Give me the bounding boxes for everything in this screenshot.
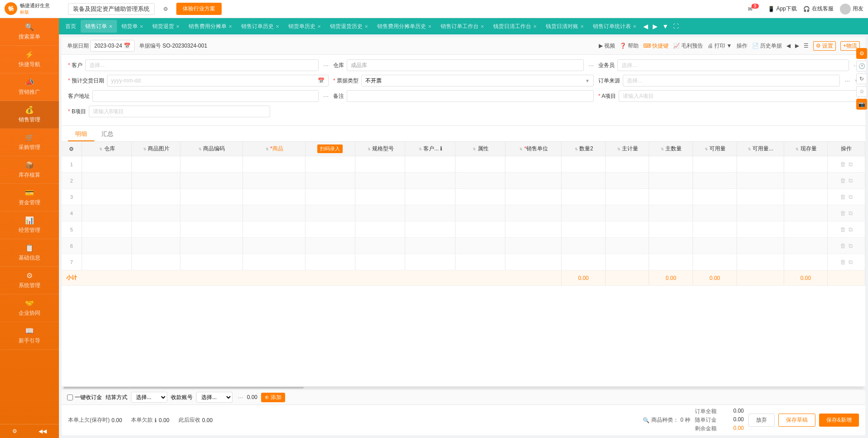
- cell[interactable]: [784, 238, 828, 254]
- tab-detail[interactable]: 明细: [68, 128, 94, 141]
- scan-btn[interactable]: 扫码录入: [317, 144, 343, 153]
- cell[interactable]: [693, 156, 737, 173]
- col-available2[interactable]: ⇅ 可用量...: [737, 142, 784, 156]
- cell[interactable]: [605, 189, 649, 205]
- cell[interactable]: [82, 254, 131, 270]
- save-btn[interactable]: 保存&新增: [819, 414, 859, 427]
- right-icon-settings[interactable]: ⚙: [856, 48, 867, 59]
- cell[interactable]: [784, 254, 828, 270]
- tab-sales-slip[interactable]: 销货单 ✕: [117, 20, 148, 33]
- cell[interactable]: [305, 156, 355, 173]
- history-btn[interactable]: 📄 历史单据: [752, 42, 782, 50]
- cell[interactable]: [180, 156, 242, 173]
- tab-close-reconcile[interactable]: ✕: [580, 24, 584, 29]
- order-source-more-btn[interactable]: ···: [844, 77, 850, 84]
- cell[interactable]: [649, 238, 693, 254]
- tab-close-order-workbench[interactable]: ✕: [480, 24, 484, 29]
- cell[interactable]: [405, 205, 455, 221]
- col-sku[interactable]: ⇅ 商品编码: [180, 142, 242, 156]
- sidebar-item-sales[interactable]: 💰 销售管理: [0, 101, 59, 129]
- form-settings-btn[interactable]: ⚙ 设置: [813, 41, 836, 51]
- cell[interactable]: [242, 173, 305, 189]
- profit-btn[interactable]: 📈 毛利预告: [673, 42, 703, 50]
- one-click-label[interactable]: 一键收订金: [67, 394, 102, 401]
- invoice-type-select[interactable]: 不开票 ▼: [361, 75, 594, 87]
- cell[interactable]: [132, 238, 180, 254]
- operation-btn[interactable]: 操作: [737, 42, 747, 50]
- cell[interactable]: [405, 189, 455, 205]
- warehouse-input[interactable]: 成品库: [347, 59, 584, 71]
- sidebar-item-enterprise[interactable]: 🤝 企业协同: [0, 294, 59, 322]
- cell[interactable]: [405, 221, 455, 238]
- col-warehouse[interactable]: ⇅ 仓库: [82, 142, 131, 156]
- sidebar-item-inventory[interactable]: 📦 库存核算: [0, 156, 59, 184]
- delete-icon[interactable]: 🗑: [840, 259, 846, 265]
- delete-icon[interactable]: 🗑: [840, 161, 846, 168]
- cell[interactable]: [305, 221, 355, 238]
- tab-fullscreen-btn[interactable]: ⛶: [671, 23, 681, 29]
- cell[interactable]: [649, 156, 693, 173]
- cell[interactable]: [180, 221, 242, 238]
- delivery-date-input[interactable]: yyyy-mm-dd 📅: [107, 75, 329, 87]
- delete-icon[interactable]: 🗑: [840, 193, 846, 200]
- discard-btn[interactable]: 放弃: [748, 414, 775, 427]
- cell[interactable]: [505, 173, 562, 189]
- b-project-input[interactable]: 请输入B项目: [89, 106, 270, 117]
- cell[interactable]: [180, 254, 242, 270]
- tab-close-stats[interactable]: ✕: [633, 24, 636, 29]
- cell[interactable]: [605, 205, 649, 221]
- tab-expense-history[interactable]: 销售费用分摊单历史 ✕: [373, 20, 436, 33]
- cell[interactable]: [737, 221, 784, 238]
- col-scan[interactable]: 扫码录入: [305, 142, 355, 156]
- cell[interactable]: [693, 189, 737, 205]
- tab-order-history[interactable]: 销售订单历史 ✕: [237, 20, 284, 33]
- customer-input[interactable]: 选择...: [85, 59, 319, 71]
- shortcut-btn[interactable]: ⌨ 快捷键: [643, 42, 669, 50]
- copy-icon[interactable]: ⧉: [849, 226, 853, 233]
- tab-menu-btn[interactable]: ▼: [660, 23, 671, 30]
- tab-close-return-history[interactable]: ✕: [364, 24, 368, 29]
- scrollbar-track[interactable]: [63, 387, 863, 389]
- cell[interactable]: [562, 205, 606, 221]
- col-stock[interactable]: ⇅ 现存量: [784, 142, 828, 156]
- cell[interactable]: [405, 173, 455, 189]
- cell[interactable]: [649, 205, 693, 221]
- cell[interactable]: [455, 254, 505, 270]
- right-icon-scan[interactable]: 📷: [856, 99, 867, 110]
- delete-icon[interactable]: 🗑: [840, 242, 846, 249]
- tab-stats[interactable]: 销售订单统计表 ✕: [588, 20, 641, 33]
- cell[interactable]: [737, 205, 784, 221]
- col-settings[interactable]: ⚙: [62, 142, 82, 156]
- col-qty2[interactable]: ⇅ 数量2: [562, 142, 606, 156]
- delete-icon[interactable]: 🗑: [840, 177, 846, 184]
- cell[interactable]: [562, 189, 606, 205]
- cell[interactable]: [784, 173, 828, 189]
- cell[interactable]: [132, 173, 180, 189]
- cell[interactable]: [562, 254, 606, 270]
- cell[interactable]: [355, 156, 405, 173]
- cell[interactable]: [180, 238, 242, 254]
- draft-btn[interactable]: 保存草稿: [778, 414, 815, 427]
- order-source-input[interactable]: 选择...: [623, 75, 840, 87]
- cell[interactable]: [132, 189, 180, 205]
- cell[interactable]: [605, 254, 649, 270]
- cell[interactable]: [405, 238, 455, 254]
- cell[interactable]: [132, 205, 180, 221]
- message-btn[interactable]: ✉ 9: [748, 6, 761, 12]
- cell[interactable]: [132, 156, 180, 173]
- cell[interactable]: [649, 173, 693, 189]
- cell[interactable]: [693, 221, 737, 238]
- list-view-btn[interactable]: ☰: [804, 43, 809, 49]
- col-image[interactable]: ⇅ 商品图片: [132, 142, 180, 156]
- cell[interactable]: [505, 205, 562, 221]
- warehouse-more-btn[interactable]: ···: [588, 62, 594, 69]
- tab-prev-btn[interactable]: ◀: [641, 23, 650, 30]
- cell[interactable]: [355, 173, 405, 189]
- tab-return-history[interactable]: 销货退货历史 ✕: [325, 20, 373, 33]
- next-record-btn[interactable]: ▶: [795, 43, 799, 49]
- cell[interactable]: [693, 205, 737, 221]
- scrollbar[interactable]: [62, 386, 865, 390]
- tab-home[interactable]: 首页: [61, 20, 81, 33]
- sidebar-item-marketing[interactable]: 📣 营销推广: [0, 73, 59, 101]
- cell[interactable]: [693, 173, 737, 189]
